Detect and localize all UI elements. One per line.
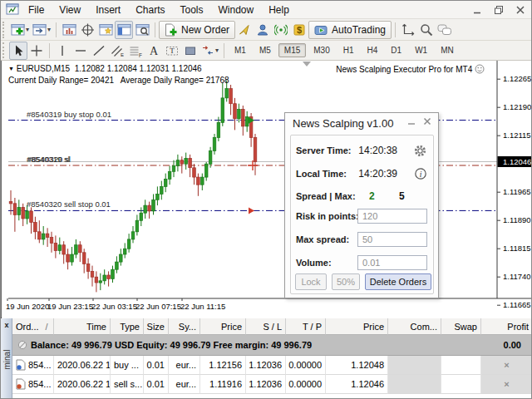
delete-order-button[interactable]: × bbox=[504, 360, 509, 370]
menu-insert[interactable]: Insert bbox=[88, 2, 128, 17]
new-chart-button[interactable]: ▾ bbox=[9, 21, 31, 39]
panel-title-bar[interactable]: News Scalping v1.00 bbox=[285, 113, 438, 133]
chart-plot[interactable]: #8540319 buy stop 0.01#8540319 sl#854032… bbox=[2, 61, 532, 318]
timeframe-m5[interactable]: M5 bbox=[254, 43, 277, 57]
column-header-type[interactable]: Type bbox=[111, 318, 144, 335]
current-price-value: 1.12046 bbox=[503, 157, 531, 166]
menu-help[interactable]: Help bbox=[261, 2, 297, 17]
signals-icon bbox=[274, 23, 288, 37]
lock-button[interactable]: Lock bbox=[295, 273, 327, 290]
market-watch-button[interactable] bbox=[60, 21, 78, 39]
menu-file[interactable]: File bbox=[21, 2, 52, 17]
time-tick: 19 Jun 23:15 bbox=[47, 302, 93, 311]
order-buy-icon bbox=[16, 359, 26, 371]
balance-profit: 0.00 bbox=[504, 340, 532, 350]
signals-button[interactable] bbox=[272, 21, 290, 39]
timeframe-m30[interactable]: M30 bbox=[308, 43, 335, 57]
drawing-toolbar: EFAT▾M1M5M15M30H1H4D1W1MN bbox=[1, 41, 532, 61]
terminal-close-button[interactable]: x bbox=[2, 320, 12, 330]
chat-button[interactable] bbox=[436, 21, 454, 39]
chevron-down-icon[interactable]: ▾ bbox=[47, 26, 51, 33]
order-row-1[interactable]: 854...2020.06.22 1...buy ...0.01eur...1.… bbox=[12, 356, 532, 375]
menu-tools[interactable]: Tools bbox=[173, 2, 211, 17]
strategy-tester-icon bbox=[135, 23, 150, 37]
column-header-price[interactable]: Price bbox=[326, 318, 388, 335]
timeframe-h1[interactable]: H1 bbox=[337, 43, 360, 57]
text-button[interactable]: A bbox=[145, 42, 163, 60]
info-icon[interactable]: i bbox=[413, 167, 427, 181]
minimize-window-button[interactable] bbox=[466, 2, 488, 17]
crosshair-button[interactable] bbox=[27, 42, 46, 60]
chevron-down-icon[interactable]: ▾ bbox=[26, 26, 29, 33]
chart-symbol-line: ▼ EURUSD,M15 1.12082 1.12084 1.12031 1.1… bbox=[8, 64, 202, 73]
horizontal-line-button[interactable] bbox=[71, 42, 90, 60]
column-header-sy[interactable]: Sy... bbox=[169, 318, 200, 335]
column-header-time[interactable]: Time bbox=[54, 318, 111, 335]
timeframe-h4[interactable]: H4 bbox=[362, 43, 384, 57]
news-scalping-panel[interactable]: News Scalping v1.00 Server Time: 14:20:3… bbox=[284, 112, 439, 298]
column-header-tp[interactable]: T / P bbox=[286, 318, 326, 335]
toolbar-separator bbox=[56, 22, 57, 37]
delete-order-button[interactable]: × bbox=[504, 379, 509, 389]
terminal-button[interactable] bbox=[115, 21, 133, 39]
max-spread-input[interactable] bbox=[357, 232, 427, 247]
delete-orders-button[interactable]: Delete Orders bbox=[365, 273, 431, 290]
chart-window[interactable]: #8540319 buy stop 0.01#8540319 sl#854032… bbox=[1, 61, 532, 318]
panel-close-icon[interactable] bbox=[421, 115, 434, 128]
risk-in-points-input[interactable] bbox=[357, 209, 427, 224]
chart-profiles-button[interactable]: ▾ bbox=[31, 21, 52, 39]
volume-input[interactable] bbox=[357, 255, 427, 270]
navigator-button[interactable] bbox=[96, 21, 115, 39]
timeframe-m1[interactable]: M1 bbox=[229, 43, 252, 57]
menu-charts[interactable]: Charts bbox=[128, 2, 172, 17]
market-button[interactable]: $ bbox=[290, 21, 308, 39]
text-label-button[interactable]: T bbox=[163, 42, 181, 60]
column-header-sl[interactable]: S / L bbox=[246, 318, 286, 335]
vertical-line-button[interactable] bbox=[53, 42, 71, 60]
experts-button[interactable] bbox=[254, 21, 272, 39]
column-header-ord[interactable]: Ord.../ bbox=[12, 318, 54, 335]
column-header-com[interactable]: Com... bbox=[388, 318, 441, 335]
timeframe-d1[interactable]: D1 bbox=[385, 43, 407, 57]
new-order-button[interactable]: New Order bbox=[159, 21, 235, 39]
toolbar-grip[interactable] bbox=[2, 42, 7, 57]
metaeditor-button[interactable] bbox=[235, 21, 254, 39]
menu-window[interactable]: Window bbox=[211, 2, 262, 17]
zoom-in-button[interactable] bbox=[417, 21, 436, 39]
restore-window-button[interactable] bbox=[488, 2, 510, 17]
toolbar-grip[interactable] bbox=[2, 22, 7, 38]
menu-view[interactable]: View bbox=[52, 2, 88, 17]
autotrading-button[interactable]: AutoTrading bbox=[308, 21, 392, 39]
cell-commission bbox=[388, 356, 441, 375]
chevron-down-icon[interactable]: ▾ bbox=[215, 47, 219, 54]
equidistant-channel-button[interactable]: E bbox=[108, 42, 126, 60]
panel-minimize-button[interactable] bbox=[405, 115, 418, 128]
data-window-button[interactable] bbox=[78, 21, 96, 39]
close-window-button[interactable] bbox=[510, 2, 531, 17]
chart-shift-marker[interactable] bbox=[303, 62, 311, 66]
column-header-price[interactable]: Price bbox=[200, 318, 246, 335]
shapes-button[interactable] bbox=[181, 42, 200, 60]
order-row-2[interactable]: 854...2020.06.22 1...sell s...0.01eur...… bbox=[12, 375, 532, 394]
fifty-percent-button[interactable]: 50% bbox=[332, 273, 360, 290]
timeframe-w1[interactable]: W1 bbox=[409, 43, 433, 57]
cell-symbol: eur... bbox=[169, 375, 200, 394]
price-tick: 1.11665 bbox=[503, 300, 531, 309]
price-tick: 1.12115 bbox=[503, 131, 531, 140]
terminal-tab[interactable]: minal bbox=[2, 357, 12, 370]
gear-icon[interactable] bbox=[413, 144, 427, 158]
trendline-button[interactable] bbox=[90, 42, 108, 60]
cursor-button[interactable] bbox=[9, 42, 27, 60]
strategy-tester-button[interactable] bbox=[133, 21, 151, 39]
collapse-arrow-icon[interactable]: ▼ bbox=[8, 66, 14, 71]
column-header-profit[interactable]: Profit bbox=[481, 318, 532, 335]
column-header-size[interactable]: Size bbox=[144, 318, 169, 335]
balance-row[interactable]: Balance: 49 996.79 USD Equity: 49 996.79… bbox=[12, 335, 532, 356]
timeframe-mn[interactable]: MN bbox=[435, 43, 460, 57]
arrows-button[interactable]: ▾ bbox=[200, 42, 220, 60]
fibonacci-button[interactable]: F bbox=[126, 42, 145, 60]
timeframe-m15[interactable]: M15 bbox=[278, 43, 306, 57]
chart-axes-button[interactable] bbox=[399, 21, 417, 39]
ea-name-label: News Scalping Executor Pro for MT4 bbox=[336, 64, 485, 74]
column-header-swap[interactable]: Swap bbox=[441, 318, 481, 335]
